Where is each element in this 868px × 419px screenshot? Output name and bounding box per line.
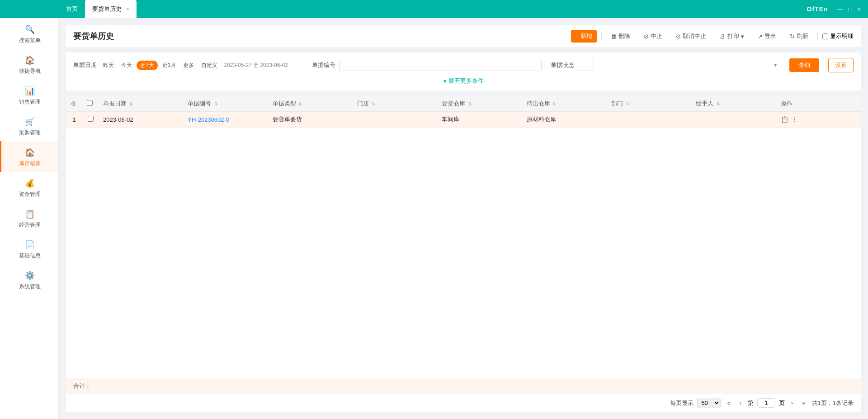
date-btn-more[interactable]: 更多 bbox=[180, 61, 197, 70]
table-settings-icon[interactable]: ⚙ bbox=[71, 100, 76, 107]
last-page-btn[interactable]: » bbox=[799, 399, 808, 407]
cancel-stop-button[interactable]: ⊙ 取消中止 bbox=[671, 30, 711, 43]
sort-department[interactable]: ⇅ bbox=[626, 101, 629, 106]
page-header: 要货单历史 + 新增 🗑 删除 ⊘ 中止 ⊙ 取消中止 🖨 打 bbox=[66, 25, 861, 47]
page-size-select[interactable]: 50 20 100 bbox=[697, 398, 721, 408]
print-label: 打印 bbox=[727, 32, 739, 40]
sidebar: 🔍 搜索菜单 🏠 快捷导航 📊 销售管理 🛒 采购管理 🏠 库存核算 💰 资金管… bbox=[0, 18, 59, 419]
tab-home[interactable]: 首页 bbox=[59, 0, 85, 18]
sidebar-label-basic-info: 基础信息 bbox=[19, 252, 41, 260]
sort-bill-number[interactable]: ⇅ bbox=[214, 101, 217, 106]
row-bill-number-link[interactable]: YH-20230602-0 bbox=[188, 116, 229, 123]
table-head: ⚙ 单据日期 ⇅ 单据编号 ⇅ bbox=[66, 96, 861, 112]
stop-button[interactable]: ⊘ 中止 bbox=[639, 30, 667, 43]
col-bill-number-label: 单据编号 bbox=[188, 100, 211, 107]
delete-button[interactable]: 🗑 删除 bbox=[606, 30, 635, 43]
date-btn-last1month[interactable]: 近1月 bbox=[160, 61, 179, 70]
cell-bill-date: 2023-06-02 bbox=[99, 112, 183, 128]
first-page-btn[interactable]: « bbox=[724, 399, 733, 407]
sidebar-item-search-menu[interactable]: 🔍 搜索菜单 bbox=[0, 18, 58, 49]
sort-bill-type[interactable]: ⇅ bbox=[298, 101, 302, 106]
col-store: 门店 ⇅ bbox=[353, 96, 437, 112]
row-num: 1 bbox=[72, 116, 75, 123]
prev-page-btn[interactable]: ‹ bbox=[737, 399, 744, 407]
refresh-button[interactable]: ↻ 刷新 bbox=[785, 30, 813, 43]
sidebar-item-purchase[interactable]: 🛒 采购管理 bbox=[0, 110, 58, 141]
tab-close-icon[interactable]: × bbox=[126, 6, 129, 12]
cell-bill-number: YH-20230602-0 bbox=[183, 112, 268, 128]
row-more-icon[interactable]: ⋮ bbox=[791, 116, 797, 123]
cell-store bbox=[353, 112, 437, 128]
table-area: ⚙ 单据日期 ⇅ 单据编号 ⇅ bbox=[66, 96, 861, 412]
row-req-warehouse: 车间库 bbox=[442, 116, 459, 123]
bill-date-label: 单据日期 bbox=[73, 61, 97, 69]
sidebar-item-basic-info[interactable]: 📄 基础信息 bbox=[0, 233, 58, 264]
row-edit-icon[interactable]: 📋 bbox=[781, 116, 788, 123]
settings-filter-button[interactable]: 设置 bbox=[828, 58, 854, 72]
cancel-stop-icon: ⊙ bbox=[676, 33, 681, 40]
tab-requisition-history-label: 要货单历史 bbox=[92, 5, 122, 13]
row-bill-date: 2023-06-02 bbox=[103, 116, 133, 123]
export-button[interactable]: ↗ 导出 bbox=[753, 30, 781, 43]
print-button[interactable]: 🖨 打印 ▾ bbox=[715, 30, 749, 43]
table-footer: 合计： bbox=[66, 378, 861, 394]
cell-req-warehouse: 车间库 bbox=[437, 112, 522, 128]
bill-status-select[interactable] bbox=[578, 60, 593, 71]
sidebar-item-operations[interactable]: 📋 经营管理 bbox=[0, 203, 58, 233]
tab-requisition-history[interactable]: 要货单历史 × bbox=[85, 0, 137, 18]
tab-home-label: 首页 bbox=[66, 5, 78, 13]
sidebar-label-inventory: 库存核算 bbox=[19, 160, 41, 167]
delete-icon: 🗑 bbox=[611, 33, 617, 40]
row-checkbox[interactable] bbox=[88, 116, 94, 122]
content-area: 要货单历史 + 新增 🗑 删除 ⊘ 中止 ⊙ 取消中止 🖨 打 bbox=[59, 18, 868, 419]
operations-icon: 📋 bbox=[25, 209, 35, 219]
date-btn-yesterday[interactable]: 昨天 bbox=[100, 61, 117, 70]
top-bar: 首页 要货单历史 × OfTEn — □ × bbox=[0, 0, 868, 18]
minimize-btn[interactable]: — bbox=[837, 6, 843, 13]
page-input[interactable] bbox=[757, 398, 775, 408]
sort-req-warehouse[interactable]: ⇅ bbox=[468, 101, 472, 106]
show-detail-checkbox[interactable] bbox=[822, 33, 828, 39]
maximize-btn[interactable]: □ bbox=[849, 6, 852, 13]
close-btn[interactable]: × bbox=[857, 6, 861, 13]
sort-pending-warehouse[interactable]: ⇅ bbox=[552, 101, 556, 106]
sort-bill-date[interactable]: ⇅ bbox=[129, 101, 133, 106]
sidebar-item-quick-nav[interactable]: 🏠 快捷导航 bbox=[0, 49, 58, 80]
basic-info-icon: 📄 bbox=[25, 240, 35, 250]
expand-more-btn[interactable]: ▾ 展开更多条件 bbox=[443, 77, 484, 85]
date-btn-last7days[interactable]: 近7天 bbox=[137, 61, 158, 70]
sidebar-label-system: 系统管理 bbox=[19, 283, 41, 290]
brand-logo: OfTEn bbox=[807, 5, 832, 13]
cell-department bbox=[607, 112, 691, 128]
delete-label: 删除 bbox=[618, 32, 630, 40]
select-all-checkbox[interactable] bbox=[87, 100, 93, 106]
col-settings: ⚙ bbox=[66, 96, 82, 112]
sidebar-item-sales[interactable]: 📊 销售管理 bbox=[0, 80, 58, 110]
footer-total-label: 合计： bbox=[73, 382, 91, 390]
refresh-label: 刷新 bbox=[797, 32, 808, 40]
next-page-btn[interactable]: › bbox=[788, 399, 796, 407]
sidebar-label-sales: 销售管理 bbox=[19, 98, 41, 106]
sort-handler[interactable]: ⇅ bbox=[716, 101, 720, 106]
table-scroll-container: ⚙ 单据日期 ⇅ 单据编号 ⇅ bbox=[66, 96, 861, 378]
query-button[interactable]: 查询 bbox=[789, 58, 819, 72]
col-bill-type-label: 单据类型 bbox=[273, 100, 296, 107]
new-button[interactable]: + 新增 bbox=[571, 30, 597, 43]
purchase-icon: 🛒 bbox=[25, 117, 35, 127]
refresh-icon: ↻ bbox=[790, 33, 795, 40]
sort-store[interactable]: ⇅ bbox=[372, 101, 375, 106]
search-menu-icon: 🔍 bbox=[25, 24, 35, 34]
date-btn-custom[interactable]: 自定义 bbox=[198, 61, 220, 70]
sidebar-item-inventory[interactable]: 🏠 库存核算 bbox=[0, 141, 58, 172]
print-dropdown-icon: ▾ bbox=[741, 33, 744, 40]
bill-number-input[interactable] bbox=[339, 60, 542, 71]
page-title: 要货单历史 bbox=[73, 31, 114, 42]
filter-bill-number: 单据编号 bbox=[312, 60, 542, 71]
show-detail-label[interactable]: 显示明细 bbox=[822, 32, 854, 40]
system-icon: ⚙️ bbox=[25, 271, 35, 281]
sidebar-item-finance[interactable]: 💰 资金管理 bbox=[0, 172, 58, 203]
toolbar: + 新增 🗑 删除 ⊘ 中止 ⊙ 取消中止 🖨 打印 ▾ bbox=[571, 30, 854, 43]
sidebar-item-system[interactable]: ⚙️ 系统管理 bbox=[0, 264, 58, 295]
col-pending-warehouse-label: 待出仓库 bbox=[527, 100, 550, 107]
date-btn-today[interactable]: 今天 bbox=[118, 61, 135, 70]
